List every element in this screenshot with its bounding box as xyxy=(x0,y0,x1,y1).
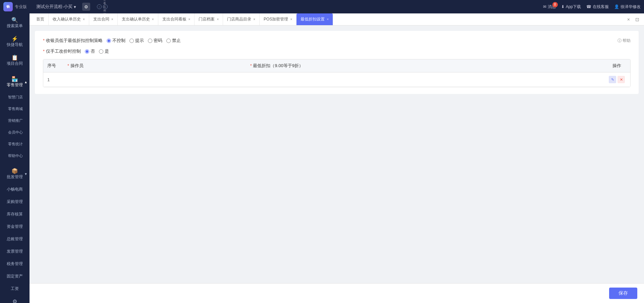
message-badge: 8 xyxy=(552,2,558,7)
main-layout: 🔍 搜索菜单 ⚡ 快捷导航 📋 项目合同 🏪 零售管理 ▲ 智慧门店 零售商城 … xyxy=(0,13,644,303)
sidebar-item-retail-stats[interactable]: 零售统计 xyxy=(0,138,30,150)
tab-close-pay-confirm-history[interactable]: × xyxy=(152,17,154,21)
radio-remind[interactable]: 提示 xyxy=(129,38,144,44)
tab-pos-password[interactable]: POS加密管理 × xyxy=(260,13,297,26)
radio-remind-input[interactable] xyxy=(129,39,134,43)
tab-min-discount[interactable]: 最低折扣设置 × xyxy=(297,13,333,26)
settings-card: 收银员低于最低折扣控制策略 不控制 提示 密码 xyxy=(35,31,639,94)
sidebar-item-tax[interactable]: 税务管理 xyxy=(0,258,30,270)
row-actions: ✎ ✕ xyxy=(607,76,626,83)
tab-pay-contract[interactable]: 支出合同 × xyxy=(89,13,118,26)
page-content: 收银员低于最低折扣控制策略 不控制 提示 密码 xyxy=(30,26,644,283)
tab-close-store-products[interactable]: × xyxy=(253,17,255,21)
cashier-policy-row: 收银员低于最低折扣控制策略 不控制 提示 密码 xyxy=(43,38,631,44)
sidebar-item-search[interactable]: 🔍 搜索菜单 xyxy=(0,13,30,32)
col-seq: 序号 xyxy=(43,59,63,72)
radio-forbid-input[interactable] xyxy=(166,39,171,43)
radio-manual-no[interactable]: 否 xyxy=(85,48,95,54)
arrow-icon: ▲ xyxy=(24,80,28,84)
radio-manual-yes[interactable]: 是 xyxy=(99,48,109,54)
sidebar-item-purchase[interactable]: 采购管理 xyxy=(0,196,30,208)
help-button[interactable]: ⓘ 帮助 xyxy=(618,38,631,44)
sidebar-item-invoice[interactable]: 发票管理 xyxy=(0,245,30,258)
tab-store-file[interactable]: 门店档案 × xyxy=(195,13,223,26)
service-icon: ☎ xyxy=(586,4,591,9)
table-row: 1 ✎ ✕ xyxy=(43,72,630,87)
search-icon: 🔍 xyxy=(1,17,28,23)
sidebar-item-retail[interactable]: 🏪 零售管理 ▲ xyxy=(0,72,30,91)
col-operator: 操作员 xyxy=(63,59,246,72)
app-version-label: 专业版 xyxy=(15,4,27,10)
manual-price-radio-group: 否 是 xyxy=(85,48,109,54)
radio-manual-yes-input[interactable] xyxy=(99,49,103,54)
tab-store-products[interactable]: 门店商品目录 × xyxy=(223,13,260,26)
user-button[interactable]: 👤 徐泽华修改 xyxy=(614,4,641,10)
settings-icon[interactable]: ⚙ xyxy=(82,3,90,11)
tab-home[interactable]: 首页 xyxy=(32,13,49,26)
tab-close-store-file[interactable]: × xyxy=(217,17,219,21)
sidebar-item-marketing[interactable]: 营销推广 xyxy=(0,115,30,127)
tab-income-history[interactable]: 收入确认单历史 × xyxy=(49,13,89,26)
maximize-tab-button[interactable]: ⊡ xyxy=(633,16,641,23)
cashier-policy-label: 收银员低于最低折扣控制策略 xyxy=(43,38,103,44)
top-bar-right: ✉ 消息 8 ⬇ App下载 ☎ 在线客服 👤 徐泽华修改 xyxy=(543,4,641,10)
row-delete-button[interactable]: ✕ xyxy=(618,76,625,83)
sidebar-item-assets[interactable]: 固定资产 xyxy=(0,270,30,283)
demo-link[interactable]: ○ 我要看实例演示 xyxy=(97,4,108,9)
project-selector[interactable]: 测试分开流程-小买 ▾ xyxy=(34,4,79,10)
radio-manual-no-input[interactable] xyxy=(85,49,89,54)
sidebar-item-inventory[interactable]: 库存核算 xyxy=(0,208,30,220)
message-button[interactable]: ✉ 消息 8 xyxy=(543,4,556,10)
radio-forbid[interactable]: 禁止 xyxy=(166,38,181,44)
tab-close-income-history[interactable]: × xyxy=(83,17,85,21)
row-edit-button[interactable]: ✎ xyxy=(609,76,616,83)
radio-password[interactable]: 密码 xyxy=(148,38,162,44)
cell-min-discount-1 xyxy=(246,76,603,83)
tab-bar-actions: × ⊡ xyxy=(625,16,641,23)
manual-price-label: 仅手工改价时控制 xyxy=(43,48,81,54)
sidebar-item-smart-store[interactable]: 智慧门店 xyxy=(0,91,30,103)
sidebar-item-finance[interactable]: 资金管理 xyxy=(0,220,30,233)
nav-icon: ⚡ xyxy=(1,36,28,42)
radio-none[interactable]: 不控制 xyxy=(107,38,125,44)
sidebar-item-salary[interactable]: 工资 xyxy=(0,283,30,295)
app-logo: 畅 专业版 xyxy=(3,2,30,11)
tab-close-pay-contract[interactable]: × xyxy=(111,17,113,21)
table-header: 序号 操作员 最低折扣（9.00等于9折） 操作 xyxy=(43,59,630,72)
cell-ops-1: ✎ ✕ xyxy=(603,72,630,87)
sidebar-item-ecommerce[interactable]: 小畅电商 xyxy=(0,183,30,196)
tab-pay-confirm-history[interactable]: 支出确认单历史 × xyxy=(118,13,158,26)
download-icon: ⬇ xyxy=(561,4,565,9)
save-button[interactable]: 保存 xyxy=(609,288,637,299)
radio-password-input[interactable] xyxy=(148,39,152,43)
close-tab-button[interactable]: × xyxy=(625,16,632,23)
cashier-policy-radio-group: 不控制 提示 密码 禁止 xyxy=(107,38,181,44)
page-footer: 保存 xyxy=(30,283,644,303)
radio-none-input[interactable] xyxy=(107,39,111,43)
arrow-down-icon: ▼ xyxy=(24,172,28,176)
app-download-button[interactable]: ⬇ App下载 xyxy=(561,4,581,10)
content-area: 首页 收入确认单历史 × 支出合同 × 支出确认单历史 × 支出合同看板 × 门… xyxy=(30,13,644,303)
sidebar-item-retail-mall[interactable]: 零售商城 xyxy=(0,103,30,115)
settings-gear-button[interactable]: ⚙ xyxy=(9,295,20,303)
tab-close-pay-contract-board[interactable]: × xyxy=(189,17,191,21)
message-icon: ✉ xyxy=(543,4,546,9)
sidebar-item-member[interactable]: 会员中心 xyxy=(0,127,30,138)
sidebar-item-project[interactable]: 📋 项目合同 xyxy=(0,51,30,70)
col-ops: 操作 xyxy=(603,59,630,72)
online-service-button[interactable]: ☎ 在线客服 xyxy=(586,4,609,10)
sidebar-item-wholesale[interactable]: 📦 批发管理 ▼ xyxy=(0,164,30,183)
sidebar-item-quicknav[interactable]: ⚡ 快捷导航 xyxy=(0,32,30,51)
tab-close-pos-password[interactable]: × xyxy=(290,17,292,21)
cell-seq-1: 1 xyxy=(43,74,63,86)
project-icon: 📋 xyxy=(1,54,28,61)
sidebar-item-ledger[interactable]: 总账管理 xyxy=(0,233,30,245)
user-icon: 👤 xyxy=(614,4,619,9)
tab-close-min-discount[interactable]: × xyxy=(327,17,329,21)
help-circle-icon: ⓘ xyxy=(618,38,622,44)
discount-table: 序号 操作员 最低折扣（9.00等于9折） 操作 1 xyxy=(43,59,631,87)
sidebar-item-help[interactable]: 帮助中心 xyxy=(0,150,30,162)
demo-circle-icon: ○ xyxy=(97,4,102,9)
tab-bar: 首页 收入确认单历史 × 支出合同 × 支出确认单历史 × 支出合同看板 × 门… xyxy=(30,13,644,26)
tab-pay-contract-board[interactable]: 支出合同看板 × xyxy=(158,13,195,26)
